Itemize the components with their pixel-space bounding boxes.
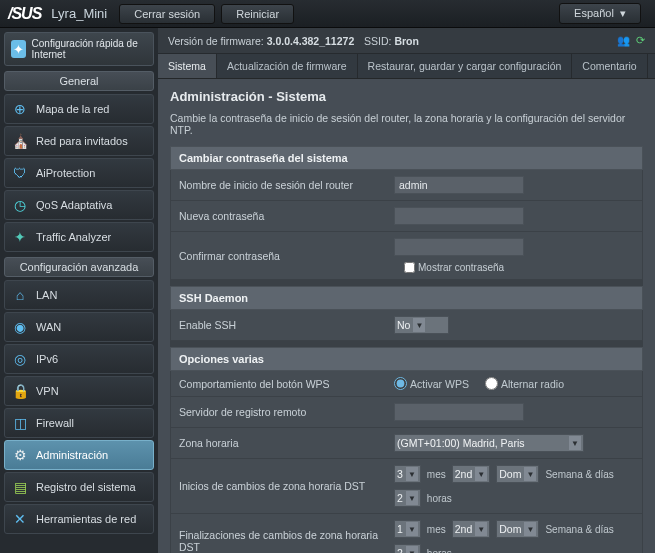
logout-button[interactable]: Cerrar sesión: [119, 4, 215, 24]
dst-start-month[interactable]: 3▼: [394, 465, 421, 483]
chart-icon: ✦: [11, 228, 29, 246]
status-icon[interactable]: ⟳: [636, 34, 645, 47]
firmware-bar: Versión de firmware: 3.0.0.4.382_11272 S…: [158, 28, 655, 54]
sidebar-item-vpn[interactable]: 🔒VPN: [4, 376, 154, 406]
globe-icon: ⊕: [11, 100, 29, 118]
log-icon: ▤: [11, 478, 29, 496]
dst-end-month[interactable]: 1▼: [394, 520, 421, 538]
tools-icon: ✕: [11, 510, 29, 528]
sidebar-item-qos[interactable]: ◷QoS Adaptativa: [4, 190, 154, 220]
home-icon: ⌂: [11, 286, 29, 304]
gauge-icon: ◷: [11, 196, 29, 214]
new-password-input[interactable]: [394, 207, 524, 225]
main-panel: Versión de firmware: 3.0.0.4.382_11272 S…: [158, 28, 655, 553]
enable-ssh-select[interactable]: No▼: [394, 316, 449, 334]
page-title: Administración - Sistema: [170, 89, 643, 104]
ssid-value: Bron: [394, 35, 419, 47]
qis-button[interactable]: ✦ Configuración rápida de Internet: [4, 32, 154, 66]
section-head-general: General: [4, 71, 154, 91]
label-dst-start: Inicios de cambios de zona horaria DST: [179, 480, 394, 492]
sidebar-item-administration[interactable]: ⚙Administración: [4, 440, 154, 470]
magic-wand-icon: ✦: [11, 40, 26, 58]
reboot-button[interactable]: Reiniciar: [221, 4, 294, 24]
people-icon: ⛪: [11, 132, 29, 150]
show-password-checkbox[interactable]: Mostrar contraseña: [404, 262, 504, 273]
label-wps-behavior: Comportamiento del botón WPS: [179, 378, 394, 390]
sidebar: ✦ Configuración rápida de Internet Gener…: [0, 28, 158, 553]
firewall-icon: ◫: [11, 414, 29, 432]
dst-end-week[interactable]: 2nd▼: [452, 520, 491, 538]
tab-system[interactable]: Sistema: [158, 54, 217, 78]
confirm-password-input[interactable]: [394, 238, 524, 256]
section-ssh: SSH Daemon: [170, 286, 643, 310]
label-enable-ssh: Enable SSH: [179, 319, 394, 331]
section-head-advanced: Configuración avanzada: [4, 257, 154, 277]
sidebar-item-system-log[interactable]: ▤Registro del sistema: [4, 472, 154, 502]
dst-end-hour[interactable]: 2▼: [394, 544, 421, 553]
dst-end-day[interactable]: Dom▼: [496, 520, 539, 538]
tab-feedback[interactable]: Comentario: [572, 54, 647, 78]
dst-start-day[interactable]: Dom▼: [496, 465, 539, 483]
lock-icon: 🔒: [11, 382, 29, 400]
label-new-password: Nueva contraseña: [179, 210, 394, 222]
sidebar-item-lan[interactable]: ⌂LAN: [4, 280, 154, 310]
network-icon: ◎: [11, 350, 29, 368]
users-icon[interactable]: 👥: [617, 34, 630, 47]
brand-logo: /SUS: [8, 5, 41, 23]
gear-icon: ⚙: [11, 446, 29, 464]
label-remote-syslog: Servidor de registro remoto: [179, 406, 394, 418]
label-dst-end: Finalizaciones de cambios de zona horari…: [179, 529, 394, 553]
label-confirm-password: Confirmar contraseña: [179, 250, 394, 262]
qis-label: Configuración rápida de Internet: [32, 38, 147, 60]
label-timezone: Zona horaria: [179, 437, 394, 449]
radio-activate-wps[interactable]: Activar WPS: [394, 377, 469, 390]
language-select[interactable]: Español ▾: [559, 3, 641, 24]
sidebar-item-network-tools[interactable]: ✕Herramientas de red: [4, 504, 154, 534]
tab-firmware-upgrade[interactable]: Actualización de firmware: [217, 54, 358, 78]
globe-icon: ◉: [11, 318, 29, 336]
section-change-password: Cambiar contraseña del sistema: [170, 146, 643, 170]
sidebar-item-traffic-analyzer[interactable]: ✦Traffic Analyzer: [4, 222, 154, 252]
shield-icon: 🛡: [11, 164, 29, 182]
sidebar-item-ipv6[interactable]: ◎IPv6: [4, 344, 154, 374]
firmware-version: 3.0.0.4.382_11272: [267, 35, 355, 47]
sidebar-item-network-map[interactable]: ⊕Mapa de la red: [4, 94, 154, 124]
dst-start-week[interactable]: 2nd▼: [452, 465, 491, 483]
tab-bar: Sistema Actualización de firmware Restau…: [158, 54, 655, 79]
sidebar-item-guest-network[interactable]: ⛪Red para invitados: [4, 126, 154, 156]
sidebar-item-aiprotection[interactable]: 🛡AiProtection: [4, 158, 154, 188]
radio-toggle-radio[interactable]: Alternar radio: [485, 377, 564, 390]
timezone-select[interactable]: (GMT+01:00) Madrid, Paris▼: [394, 434, 584, 452]
model-name: Lyra_Mini: [51, 6, 107, 21]
sidebar-item-wan[interactable]: ◉WAN: [4, 312, 154, 342]
dst-start-hour[interactable]: 2▼: [394, 489, 421, 507]
page-description: Cambie la contraseña de inicio de sesión…: [170, 112, 643, 136]
sidebar-item-firewall[interactable]: ◫Firewall: [4, 408, 154, 438]
tab-restore-save[interactable]: Restaurar, guardar y cargar configuració…: [358, 54, 573, 78]
label-login-name: Nombre de inicio de sesión del router: [179, 179, 394, 191]
header-bar: /SUS Lyra_Mini Cerrar sesión Reiniciar E…: [0, 0, 655, 28]
section-misc: Opciones varias: [170, 347, 643, 371]
remote-syslog-input[interactable]: [394, 403, 524, 421]
router-login-input[interactable]: [394, 176, 524, 194]
